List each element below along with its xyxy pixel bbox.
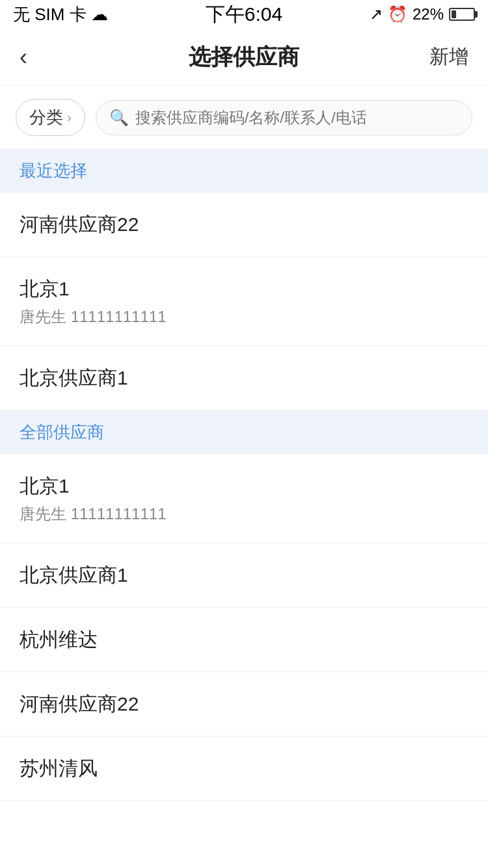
category-filter-button[interactable]: 分类 › [16, 99, 85, 136]
all-list-item[interactable]: 河南供应商22 [0, 672, 488, 737]
status-left: 无 SIM 卡 ☁ [13, 3, 108, 26]
all-list-item[interactable]: 北京1 唐先生 11111111111 [0, 454, 488, 543]
search-box: 🔍 [96, 100, 472, 135]
list-item-name: 北京供应商1 [20, 364, 468, 392]
all-section-header: 全部供应商 [0, 411, 488, 454]
no-sim-text: 无 SIM 卡 ☁ [13, 3, 108, 26]
nav-bar: ‹ 选择供应商 新增 [0, 29, 488, 86]
add-button[interactable]: 新增 [429, 44, 468, 70]
all-list-item[interactable]: 苏州清风 [0, 737, 488, 801]
back-button[interactable]: ‹ [20, 44, 59, 71]
filter-bar: 分类 › 🔍 [0, 86, 488, 149]
category-label: 分类 [29, 106, 63, 129]
list-item-name: 苏州清风 [20, 755, 468, 782]
list-item-name: 北京1 [20, 472, 468, 500]
list-item-name: 杭州维达 [20, 626, 468, 653]
list-item-name: 河南供应商22 [20, 690, 468, 718]
location-icon: ↗ [370, 5, 383, 23]
recent-list-item[interactable]: 河南供应商22 [0, 193, 488, 257]
recent-list: 河南供应商22 北京1 唐先生 11111111111 北京供应商1 [0, 193, 488, 411]
recent-section-header: 最近选择 [0, 149, 488, 193]
search-icon: 🔍 [109, 109, 129, 127]
list-item-name: 河南供应商22 [20, 211, 468, 238]
chevron-right-icon: › [67, 110, 72, 125]
list-item-name: 北京1 [20, 275, 468, 303]
battery-percent: 22% [413, 5, 444, 23]
list-item-name: 北京供应商1 [20, 562, 468, 589]
alarm-icon: ⏰ [388, 5, 407, 23]
all-list-item[interactable]: 北京供应商1 [0, 543, 488, 608]
page-title: 选择供应商 [189, 42, 299, 72]
search-input[interactable] [135, 109, 459, 127]
list-item-sub: 唐先生 11111111111 [20, 504, 468, 524]
recent-list-item[interactable]: 北京1 唐先生 11111111111 [0, 257, 488, 346]
all-list: 北京1 唐先生 11111111111 北京供应商1 杭州维达 河南供应商22 … [0, 454, 488, 801]
status-time: 下午6:04 [206, 1, 282, 28]
battery-icon [449, 8, 475, 21]
recent-list-item[interactable]: 北京供应商1 [0, 346, 488, 411]
list-item-sub: 唐先生 11111111111 [20, 306, 468, 327]
status-right: ↗ ⏰ 22% [370, 5, 475, 23]
status-bar: 无 SIM 卡 ☁ 下午6:04 ↗ ⏰ 22% [0, 0, 488, 29]
all-list-item[interactable]: 杭州维达 [0, 608, 488, 672]
